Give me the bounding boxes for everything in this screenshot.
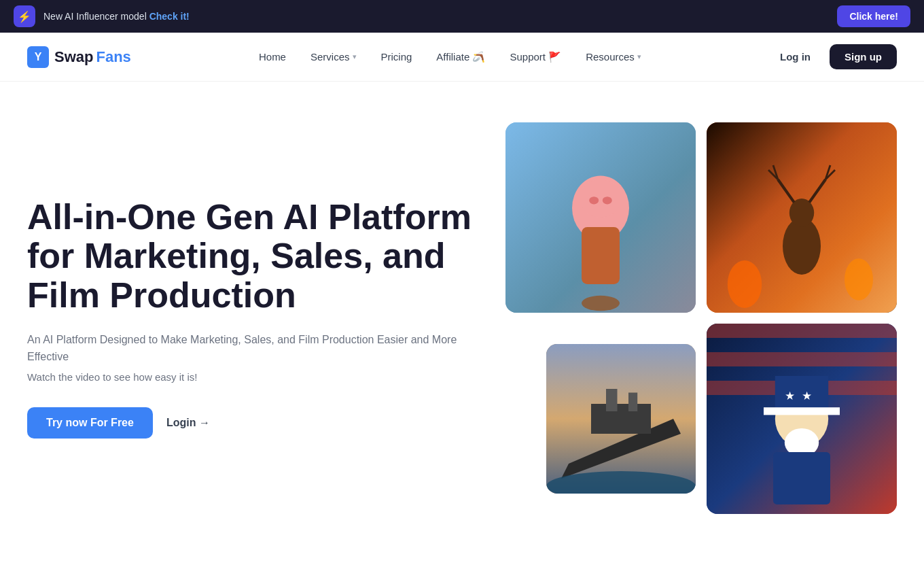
announcement-text: New AI Influencer model Check it! bbox=[43, 11, 190, 22]
hero-image-ship bbox=[546, 344, 696, 494]
nav-label-affiliate: Affiliate 🪃 bbox=[436, 51, 485, 63]
pig-warrior-image bbox=[505, 122, 696, 313]
click-here-button[interactable]: Click here! bbox=[837, 5, 910, 27]
svg-rect-20 bbox=[591, 404, 651, 434]
logo[interactable]: Y SwapFans bbox=[27, 46, 131, 68]
svg-point-16 bbox=[728, 260, 762, 308]
hero-content: All-in-One Gen AI Platform for Marketing… bbox=[27, 198, 505, 439]
svg-rect-34 bbox=[773, 452, 830, 504]
svg-rect-25 bbox=[707, 324, 897, 338]
services-section: Our Services 📊 💬 🎬 bbox=[0, 541, 924, 584]
chevron-down-icon-2: ▾ bbox=[637, 52, 641, 61]
hero-login-button[interactable]: Login → bbox=[166, 417, 210, 429]
announcement-icon: ⚡ bbox=[14, 5, 35, 27]
svg-text:★: ★ bbox=[785, 390, 795, 402]
check-it-link[interactable]: Check it! bbox=[149, 11, 190, 22]
chevron-down-icon: ▾ bbox=[353, 52, 357, 61]
announcement-left: ⚡ New AI Influencer model Check it! bbox=[14, 5, 190, 27]
uncle-sam-image: ★ ★ bbox=[707, 324, 897, 514]
nav-item-services[interactable]: Services ▾ bbox=[301, 46, 366, 68]
nav-item-pricing[interactable]: Pricing bbox=[372, 46, 422, 68]
svg-rect-21 bbox=[606, 389, 618, 411]
deer-fire-image bbox=[707, 122, 897, 313]
nav-item-resources[interactable]: Resources ▾ bbox=[576, 46, 651, 68]
svg-rect-30 bbox=[764, 407, 840, 415]
hero-image-deer bbox=[707, 122, 897, 313]
nav-item-home[interactable]: Home bbox=[249, 46, 296, 68]
hero-title: All-in-One Gen AI Platform for Marketing… bbox=[27, 198, 478, 315]
svg-text:★: ★ bbox=[802, 390, 812, 402]
logo-icon: Y bbox=[27, 46, 49, 68]
svg-rect-26 bbox=[707, 352, 897, 366]
nav-label-pricing: Pricing bbox=[381, 51, 412, 63]
titanic-image bbox=[546, 344, 696, 494]
svg-point-6 bbox=[582, 296, 620, 311]
hero-image-pig bbox=[505, 122, 696, 313]
nav-label-home: Home bbox=[259, 51, 286, 63]
svg-point-2 bbox=[580, 179, 622, 218]
logo-text-fans: Fans bbox=[96, 48, 130, 66]
login-button[interactable]: Log in bbox=[769, 46, 821, 68]
hero-actions: Try now For Free Login → bbox=[27, 407, 478, 439]
nav-label-resources: Resources bbox=[586, 51, 635, 63]
hero-images: ★ ★ bbox=[505, 122, 897, 514]
svg-rect-22 bbox=[628, 393, 637, 412]
hero-subtitle: An AI Platform Designed to Make Marketin… bbox=[27, 331, 478, 366]
nav-item-support[interactable]: Support 🚩 bbox=[500, 46, 571, 69]
svg-point-17 bbox=[845, 258, 873, 300]
try-free-button[interactable]: Try now For Free bbox=[27, 407, 153, 439]
nav-links: Home Services ▾ Pricing Affiliate 🪃 Supp… bbox=[249, 46, 651, 69]
logo-text-swap: Swap bbox=[54, 48, 93, 66]
nav-item-affiliate[interactable]: Affiliate 🪃 bbox=[427, 46, 495, 69]
signup-button[interactable]: Sign up bbox=[830, 44, 897, 69]
lightning-icon: ⚡ bbox=[18, 10, 31, 23]
announcement-bar: ⚡ New AI Influencer model Check it! Clic… bbox=[0, 0, 924, 33]
nav-actions: Log in Sign up bbox=[769, 44, 897, 69]
svg-point-3 bbox=[589, 196, 599, 204]
svg-point-4 bbox=[603, 196, 612, 204]
hero-section: All-in-One Gen AI Platform for Marketing… bbox=[0, 82, 924, 541]
announcement-prefix: New AI Influencer model bbox=[43, 11, 149, 22]
main-nav: Y SwapFans Home Services ▾ Pricing Affil… bbox=[0, 33, 924, 82]
hero-image-uncle-sam: ★ ★ bbox=[707, 324, 897, 514]
svg-rect-5 bbox=[582, 227, 620, 284]
hero-watch-text: Watch the video to see how easy it is! bbox=[27, 371, 478, 383]
nav-label-services: Services bbox=[310, 51, 350, 63]
nav-label-support: Support 🚩 bbox=[510, 51, 561, 63]
